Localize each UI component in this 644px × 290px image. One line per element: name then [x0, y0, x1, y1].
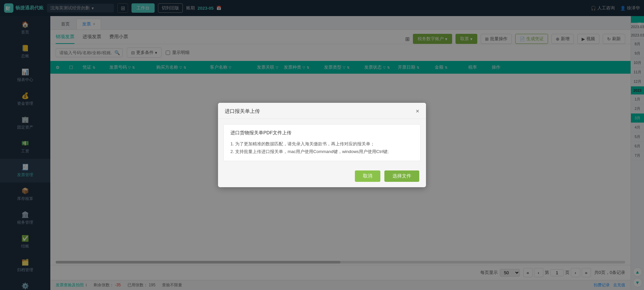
modal-title: 进口报关单上传	[225, 108, 260, 115]
modal-close-btn[interactable]: ×	[416, 108, 419, 114]
modal-cancel-btn[interactable]: 取消	[355, 170, 380, 182]
modal-body-title: 进口货物报关单PDF文件上传	[230, 130, 414, 136]
modal-instructions: 1. 为了更加精准的数据匹配，请先录入海关缴款书，再上传对应的报关单； 2. 支…	[230, 140, 414, 156]
instruction-1: 1. 为了更加精准的数据匹配，请先录入海关缴款书，再上传对应的报关单；	[230, 140, 414, 148]
instruction-2: 2. 支持批量上传进口报关单，mac用户使用Command键，windows用户…	[230, 148, 414, 155]
modal-footer: 取消 选择文件	[218, 166, 426, 187]
modal-body: 进口货物报关单PDF文件上传 1. 为了更加精准的数据匹配，请先录入海关缴款书，…	[223, 124, 421, 161]
modal-import-customs: 进口报关单上传 × 进口货物报关单PDF文件上传 1. 为了更加精准的数据匹配，…	[218, 103, 426, 188]
modal-overlay: 进口报关单上传 × 进口货物报关单PDF文件上传 1. 为了更加精准的数据匹配，…	[0, 0, 644, 290]
modal-header: 进口报关单上传 ×	[218, 103, 426, 119]
modal-select-file-btn[interactable]: 选择文件	[384, 170, 419, 182]
